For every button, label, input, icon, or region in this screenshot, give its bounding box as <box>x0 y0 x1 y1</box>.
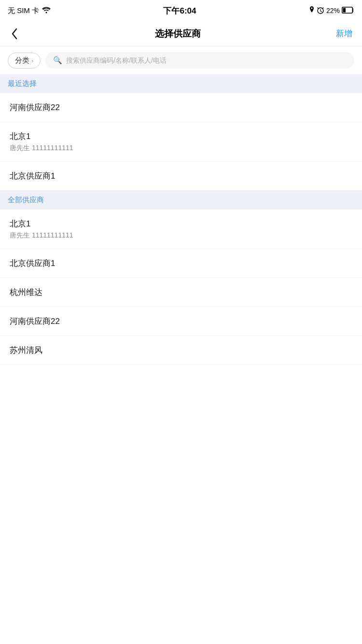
list-item[interactable]: 北京供应商1 <box>0 162 362 191</box>
add-button[interactable]: 新增 <box>336 28 352 39</box>
all-section-header: 全部供应商 <box>0 191 362 210</box>
battery-text: 22% <box>326 7 340 14</box>
list-item[interactable]: 河南供应商22 <box>0 93 362 122</box>
status-time: 下午6:04 <box>163 5 196 16</box>
svg-rect-2 <box>343 8 346 12</box>
status-right: 22% <box>309 6 354 15</box>
list-item[interactable]: 北京供应商1 <box>0 249 362 278</box>
item-name: 北京供应商1 <box>10 258 352 269</box>
item-contact: 唐先生 11111111111 <box>10 144 352 153</box>
carrier-text: 无 SIM 卡 <box>8 6 39 15</box>
item-name: 河南供应商22 <box>10 316 352 327</box>
item-name: 北京供应商1 <box>10 170 352 182</box>
category-label: 分类 <box>15 56 29 65</box>
recent-section-label: 最近选择 <box>8 79 37 87</box>
list-item[interactable]: 北京1唐先生 11111111111 <box>0 122 362 162</box>
nav-bar: 选择供应商 新增 <box>0 21 362 46</box>
search-box: 🔍 <box>45 52 354 69</box>
item-name: 河南供应商22 <box>10 102 352 113</box>
list-item[interactable]: 苏州清风 <box>0 336 362 365</box>
item-name: 苏州清风 <box>10 345 352 356</box>
list-item[interactable]: 北京1唐先生 11111111111 <box>0 210 362 249</box>
all-section-label: 全部供应商 <box>8 196 44 204</box>
page-title: 选择供应商 <box>19 28 336 40</box>
status-left: 无 SIM 卡 <box>8 6 51 15</box>
battery-icon <box>342 7 354 15</box>
all-items-list: 北京1唐先生 11111111111北京供应商1杭州维达河南供应商22苏州清风 <box>0 210 362 365</box>
search-input[interactable] <box>66 56 347 64</box>
location-icon <box>309 6 315 15</box>
status-bar: 无 SIM 卡 下午6:04 22% <box>0 0 362 21</box>
category-button[interactable]: 分类 › <box>8 53 41 69</box>
list-item[interactable]: 河南供应商22 <box>0 307 362 336</box>
wifi-icon <box>42 7 51 15</box>
list-item[interactable]: 杭州维达 <box>0 278 362 307</box>
back-button[interactable] <box>10 22 19 45</box>
item-name: 北京1 <box>10 131 352 142</box>
item-name: 杭州维达 <box>10 287 352 298</box>
filter-bar: 分类 › 🔍 <box>0 46 362 74</box>
item-name: 北京1 <box>10 218 352 229</box>
alarm-icon <box>317 6 324 15</box>
search-icon: 🔍 <box>53 56 62 65</box>
item-contact: 唐先生 11111111111 <box>10 231 352 240</box>
recent-items-list: 河南供应商22北京1唐先生 11111111111北京供应商1 <box>0 93 362 191</box>
recent-section-header: 最近选择 <box>0 74 362 93</box>
chevron-right-icon: › <box>31 57 33 64</box>
